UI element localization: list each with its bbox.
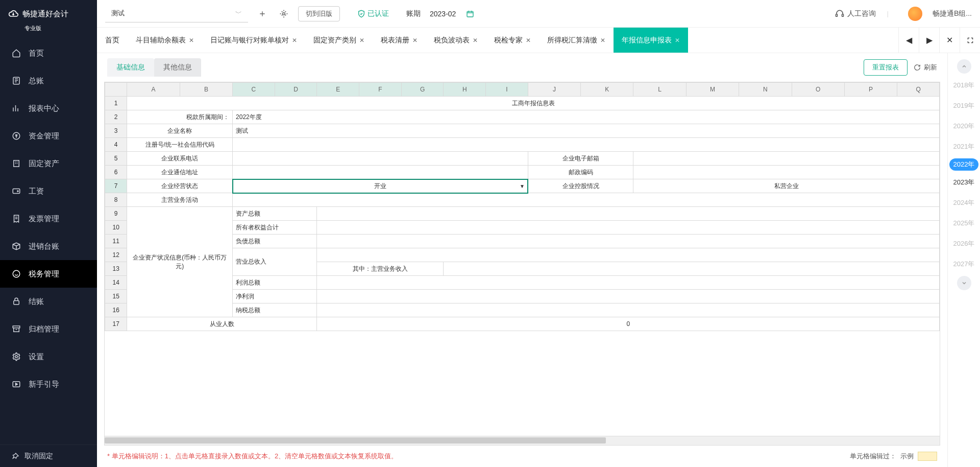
col-I[interactable]: I [486,83,528,97]
tab-journal-bank[interactable]: 日记账与银行对账单核对✕ [202,28,305,53]
tab-scroll-right[interactable]: ▶ [919,28,939,53]
col-H[interactable]: H [444,83,486,97]
nav-settings[interactable]: 设置 [0,343,97,370]
employees-value[interactable]: 0 [317,317,940,331]
consult-button[interactable]: 人工咨询 [835,9,876,18]
nav-tax[interactable]: 税务管理 [0,260,97,288]
user-name[interactable]: 畅捷通B组... [933,9,972,18]
refresh-button[interactable]: 刷新 [914,63,937,72]
nav-reports[interactable]: 报表中心 [0,95,97,122]
row-15[interactable]: 15 [105,290,127,303]
year-scroll-down[interactable] [957,276,971,290]
company-name-value[interactable]: 测试 [233,124,940,138]
reg-code-value[interactable] [233,138,940,152]
profit-value[interactable] [317,276,940,290]
row-13[interactable]: 13 [105,262,127,276]
tax-total-value[interactable] [317,303,940,317]
main-revenue-value[interactable] [444,262,940,276]
col-E[interactable]: E [317,83,359,97]
year-2023[interactable]: 2023年 [953,174,975,191]
tab-income-tax[interactable]: 所得税汇算清缴✕ [539,28,614,53]
tab-tax-expert[interactable]: 税检专家✕ [486,28,539,53]
col-C[interactable]: C [233,83,275,97]
year-2019[interactable]: 2019年 [953,97,975,114]
close-icon[interactable]: ✕ [189,37,194,44]
close-icon[interactable]: ✕ [526,37,531,44]
email-value[interactable] [633,152,940,166]
close-icon[interactable]: ✕ [292,37,297,44]
nav-invoice[interactable]: 发票管理 [0,205,97,232]
col-D[interactable]: D [275,83,317,97]
corner-cell[interactable] [105,83,127,97]
col-N[interactable]: N [739,83,792,97]
tab-aux-balance[interactable]: 斗目辅助余额表✕ [128,28,202,53]
col-J[interactable]: J [528,83,580,97]
year-2024[interactable]: 2024年 [953,194,975,212]
reset-report-button[interactable]: 重置报表 [864,59,908,76]
row-12[interactable]: 12 [105,248,127,262]
tab-annual-report[interactable]: 年报信息申报表✕ [614,28,688,53]
settings-button[interactable] [277,7,291,21]
row-6[interactable]: 6 [105,166,127,179]
main-biz-value[interactable] [233,193,940,207]
year-2018[interactable]: 2018年 [953,77,975,94]
row-4[interactable]: 4 [105,138,127,152]
close-icon[interactable]: ✕ [675,37,680,44]
subtab-other[interactable]: 其他信息 [154,58,201,77]
tab-tax-fluctuation[interactable]: 税负波动表✕ [426,28,486,53]
row-7[interactable]: 7 [105,179,127,193]
tab-scroll-left[interactable]: ◀ [898,28,919,53]
year-2022[interactable]: 2022年 [949,158,979,171]
col-O[interactable]: O [792,83,844,97]
postcode-value[interactable] [633,166,940,179]
tab-asset-category[interactable]: 固定资产类别✕ [305,28,373,53]
tab-close-all[interactable]: ✕ [939,28,960,53]
close-icon[interactable]: ✕ [412,37,418,44]
nav-closing[interactable]: 结账 [0,288,97,315]
period-value-cell[interactable]: 2022年度 [233,110,940,124]
liabilities-value[interactable] [317,235,940,248]
equity-value[interactable] [317,221,940,235]
row-11[interactable]: 11 [105,235,127,248]
row-8[interactable]: 8 [105,193,127,207]
tab-home[interactable]: 首页 [97,28,128,53]
add-button[interactable] [255,7,270,21]
company-selector[interactable]: 测试 ﹀ [105,5,248,22]
subtab-basic[interactable]: 基础信息 [107,58,154,77]
revenue-value[interactable] [317,248,940,262]
status-value-dropdown[interactable]: 开业 [233,179,528,193]
period-value[interactable]: 2023-02 [430,10,456,18]
nav-inventory[interactable]: 进销台账 [0,232,97,260]
row-17[interactable]: 17 [105,317,127,331]
nav-ledger[interactable]: 总账 [0,67,97,95]
horizontal-scrollbar[interactable] [104,436,940,446]
col-G[interactable]: G [401,83,444,97]
col-P[interactable]: P [844,83,897,97]
col-K[interactable]: K [581,83,633,97]
col-Q[interactable]: Q [897,83,940,97]
phone-value[interactable] [233,152,528,166]
avatar[interactable] [908,7,922,21]
row-16[interactable]: 16 [105,303,127,317]
total-assets-value[interactable] [317,207,940,221]
grid-container[interactable]: A B C D E F G H I J [104,82,940,436]
col-F[interactable]: F [359,83,402,97]
address-value[interactable] [233,166,528,179]
year-2026[interactable]: 2026年 [953,235,975,252]
close-icon[interactable]: ✕ [359,37,364,44]
row-5[interactable]: 5 [105,152,127,166]
row-2[interactable]: 2 [105,110,127,124]
year-2021[interactable]: 2021年 [953,138,975,155]
switch-old-version-button[interactable]: 切到旧版 [298,6,340,21]
col-B[interactable]: B [180,83,232,97]
nav-funds[interactable]: 资金管理 [0,122,97,150]
net-profit-value[interactable] [317,290,940,303]
row-3[interactable]: 3 [105,124,127,138]
tab-tax-list[interactable]: 税表清册✕ [373,28,426,53]
col-L[interactable]: L [633,83,686,97]
row-14[interactable]: 14 [105,276,127,290]
close-icon[interactable]: ✕ [473,37,478,44]
calendar-icon[interactable] [463,7,477,21]
row-10[interactable]: 10 [105,221,127,235]
holding-value[interactable]: 私营企业 [633,179,940,193]
